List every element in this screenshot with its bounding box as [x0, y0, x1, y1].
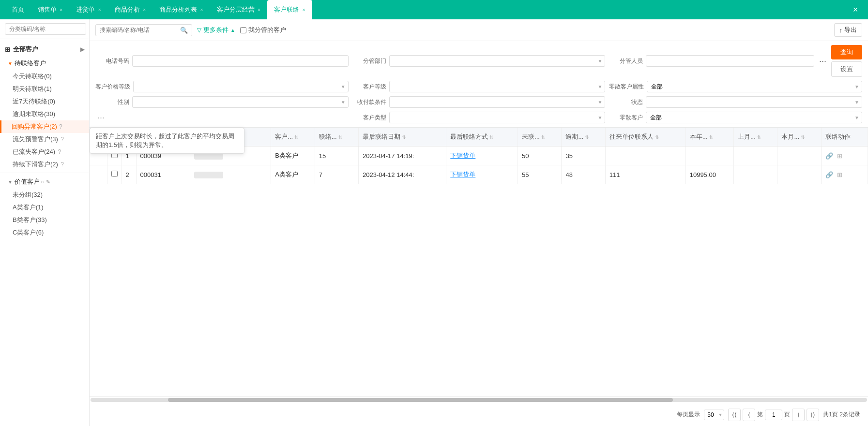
sidebar-item-lost-pre[interactable]: 流失预警客户(3) ? — [0, 133, 89, 146]
export-button[interactable]: ↑ 导出 — [834, 23, 863, 37]
td-code-2: 000031 — [136, 165, 190, 184]
filter-customer-type-select[interactable] — [389, 112, 606, 123]
filter-search-icon[interactable]: 🔍 — [180, 27, 188, 34]
sidebar-item-today[interactable]: 今天待联络(0) — [0, 70, 89, 83]
sidebar-item-tomorrow[interactable]: 明天待联络(1) — [0, 83, 89, 95]
row2-checkbox[interactable] — [111, 171, 118, 177]
pagination-page-input[interactable] — [765, 410, 782, 420]
sidebar-all-customers[interactable]: ⊞ 全部客户 ▶ — [0, 42, 89, 57]
filter-status-select[interactable] — [646, 96, 862, 108]
value-customer-circle-icon[interactable]: ○ — [41, 179, 44, 185]
th-overdue-sort[interactable]: ⇅ — [585, 134, 589, 140]
sidebar-item-lost-actual[interactable]: 已流失客户(24) ? — [0, 146, 89, 158]
filter-manager-input[interactable] — [646, 55, 814, 67]
th-this-month-sort[interactable]: ⇅ — [801, 134, 805, 140]
pagination-prev-btn[interactable]: ⟨ — [743, 409, 755, 421]
th-last-month[interactable]: 上月... ⇅ — [733, 128, 777, 147]
last-contact-method-link-2[interactable]: 下销货单 — [450, 171, 475, 178]
th-unit-contact[interactable]: 往来单位联系人 ⇅ — [605, 128, 685, 147]
nav-close-sales[interactable]: × — [60, 7, 62, 13]
nav-item-customer-contact[interactable]: 客户联络 × — [267, 0, 312, 19]
action-link-icon-2[interactable]: 🔗 — [825, 171, 833, 178]
horizontal-scrollbar[interactable] — [90, 396, 868, 403]
nav-close-purchase[interactable]: × — [98, 7, 101, 13]
nav-close-customer-segment[interactable]: × — [258, 7, 260, 13]
h-scroll-thumb[interactable] — [168, 398, 673, 402]
sidebar-pending-arrow: ▼ — [8, 61, 13, 66]
filter-more-dots-btn[interactable]: ··· — [95, 113, 107, 123]
last-contact-method-link-1[interactable]: 下销货单 — [450, 152, 475, 159]
sidebar-pending-contact-group[interactable]: ▼ 待联络客户 — [0, 57, 89, 70]
th-this-year[interactable]: 本年... ⇅ — [685, 128, 733, 147]
pagination-first-btn[interactable]: ⟨⟨ — [728, 409, 741, 421]
nav-close-customer-contact[interactable]: × — [302, 7, 305, 13]
pagination-next-btn[interactable]: ⟩ — [792, 409, 805, 421]
th-type-sort[interactable]: ⇅ — [294, 134, 298, 140]
value-customer-edit-icon[interactable]: ✎ — [46, 179, 50, 185]
nav-item-sales[interactable]: 销售单 × — [31, 0, 69, 19]
pagination-per-page-select[interactable]: 50 — [704, 410, 724, 420]
filter-more-conditions[interactable]: ▽ 更多条件 ▲ — [197, 26, 235, 34]
filter-retail-customer-select[interactable]: 全部 — [646, 112, 862, 123]
sidebar-collapse-arrow: ▶ — [80, 46, 84, 53]
th-this-month[interactable]: 本月... ⇅ — [777, 128, 821, 147]
filter-phone-input[interactable] — [132, 55, 349, 67]
filter-status-select-wrap: ▼ — [646, 96, 862, 108]
nav-item-home[interactable]: 首页 — [5, 0, 31, 19]
h-scroll-track[interactable] — [91, 398, 867, 402]
th-unit-contact-sort[interactable]: ⇅ — [655, 134, 659, 140]
query-button[interactable]: 查询 — [831, 45, 862, 59]
th-last-contact-method[interactable]: 最后联络方式 ⇅ — [446, 128, 518, 147]
th-no-contact-sort[interactable]: ⇅ — [541, 134, 545, 140]
nav-item-purchase[interactable]: 进货单 × — [69, 0, 107, 19]
th-this-year-sort[interactable]: ⇅ — [709, 134, 713, 140]
th-contact[interactable]: 联络... ⇅ — [315, 128, 358, 147]
filter-my-customers[interactable]: 我分管的客户 — [240, 26, 286, 34]
declining-info-icon[interactable]: ? — [61, 161, 64, 168]
th-contact-sort[interactable]: ⇅ — [338, 134, 342, 140]
filter-retail-attr-select[interactable]: 全部 — [647, 81, 862, 92]
nav-item-customer-segment[interactable]: 客户分层经营 × — [210, 0, 267, 19]
sidebar-value-customer-group[interactable]: ▼ 价值客户 ○ ✎ — [0, 175, 89, 189]
nav-close-product-analysis[interactable]: × — [143, 7, 146, 13]
nav-close-product-analysis-list[interactable]: × — [200, 7, 203, 13]
action-grid-icon-2[interactable]: ⊞ — [837, 171, 842, 178]
th-last-month-sort[interactable]: ⇅ — [757, 134, 761, 140]
th-last-contact-date[interactable]: 最后联络日期 ⇅ — [359, 128, 446, 147]
filter-customer-grade-select[interactable] — [389, 81, 606, 92]
filter-dept-select[interactable] — [389, 55, 606, 67]
filter-search-input[interactable] — [100, 27, 177, 33]
filter-manager-more-btn[interactable]: ··· — [817, 56, 828, 66]
filter-gender-select[interactable] — [132, 96, 349, 108]
th-last-contact-method-sort[interactable]: ⇅ — [489, 134, 493, 140]
filter-payment-select[interactable] — [389, 96, 606, 108]
sidebar-item-overdue[interactable]: 逾期未联络(30) — [0, 108, 89, 120]
sidebar-item-declining[interactable]: 持续下滑客户(2) ? — [0, 158, 89, 171]
th-type[interactable]: 客户... ⇅ — [271, 128, 315, 147]
sidebar-item-unclassified[interactable]: 未分组(32) — [0, 189, 89, 201]
my-customers-checkbox[interactable] — [240, 27, 246, 33]
th-no-contact[interactable]: 未联... ⇅ — [518, 128, 562, 147]
sidebar-item-class-a[interactable]: A类客户(1) — [0, 201, 89, 214]
td-last-contact-method-2[interactable]: 下销货单 — [446, 165, 518, 184]
set-button[interactable]: 设置 — [831, 61, 862, 77]
nav-item-product-analysis[interactable]: 商品分析 × — [108, 0, 152, 19]
th-last-contact-date-sort[interactable]: ⇅ — [402, 134, 406, 140]
sidebar-item-class-b[interactable]: B类客户(33) — [0, 214, 89, 226]
th-overdue[interactable]: 逾期... ⇅ — [562, 128, 605, 147]
sidebar-item-repurchase-abnormal[interactable]: 回购异常客户(2) ? — [0, 120, 89, 133]
nav-close-all-button[interactable]: × — [848, 2, 863, 17]
repurchase-abnormal-info-icon[interactable]: ? — [59, 123, 62, 130]
action-grid-icon-1[interactable]: ⊞ — [837, 152, 842, 160]
td-last-contact-method-1[interactable]: 下销货单 — [446, 147, 518, 165]
sidebar-item-7days[interactable]: 近7天待联络(0) — [0, 95, 89, 108]
sidebar-search-input[interactable] — [5, 23, 86, 35]
sidebar-item-class-c[interactable]: C类客户(6) — [0, 226, 89, 239]
lost-actual-info-icon[interactable]: ? — [58, 148, 61, 155]
filter-price-grade-select[interactable] — [133, 81, 349, 92]
nav-item-product-analysis-list[interactable]: 商品分析列表 × — [152, 0, 210, 19]
lost-pre-info-icon[interactable]: ? — [61, 136, 64, 143]
td-checkbox-2[interactable] — [107, 165, 122, 184]
pagination-last-btn[interactable]: ⟩⟩ — [807, 409, 819, 421]
action-link-icon-1[interactable]: 🔗 — [825, 152, 833, 160]
